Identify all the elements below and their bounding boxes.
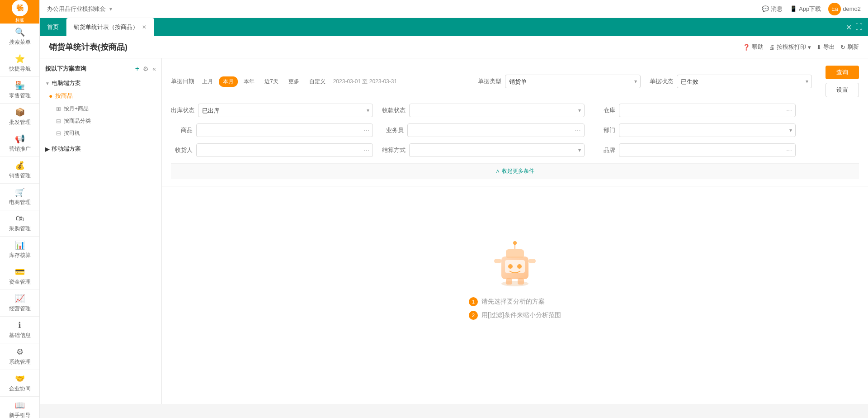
sidebar-item-search[interactable]: 🔍 搜索菜单 <box>0 24 39 50</box>
sidebar-item-marketing[interactable]: 📢 营销推广 <box>0 130 39 157</box>
page-actions: ❓ 帮助 🖨 按模板打印 ▾ ⬇ 导出 ↻ 刷新 <box>743 43 859 51</box>
payment-status-select[interactable] <box>409 104 584 117</box>
date-btn-last-month[interactable]: 上月 <box>198 76 217 87</box>
date-label: 单据日期 <box>171 77 198 86</box>
sidebar-item-cooperation[interactable]: 🤝 企业协同 <box>0 370 39 397</box>
refresh-label: 刷新 <box>847 43 859 51</box>
sidebar-item-basic[interactable]: ℹ 基础信息 <box>0 317 39 343</box>
message-btn[interactable]: 💬 消息 <box>762 5 783 13</box>
export-label: 导出 <box>823 43 835 51</box>
department-select[interactable] <box>619 124 796 137</box>
refresh-icon: ↻ <box>840 44 845 51</box>
export-btn[interactable]: ⬇ 导出 <box>816 43 835 51</box>
main-area: 办公用品行业模拟账套 ▾ 💬 消息 📱 App下载 Ea demo2 首页 <box>40 0 868 418</box>
salesperson-dots-btn[interactable]: ··· <box>575 126 580 134</box>
query-btn[interactable]: 查询 <box>826 66 859 79</box>
brand-input[interactable] <box>619 143 796 157</box>
field-outbound-status: 出库状态 已出库 <box>171 104 373 117</box>
salesperson-input[interactable] <box>407 124 584 137</box>
scheme-by-month-product-icon: ⊞ <box>56 105 61 112</box>
breadcrumb-dropdown-icon[interactable]: ▾ <box>109 6 112 12</box>
collapse-conditions-label: ∧ 收起更多条件 <box>495 167 534 175</box>
sidebar-item-quick-nav[interactable]: ⭐ 快捷导航 <box>0 50 39 77</box>
print-dropdown-icon[interactable]: ▾ <box>808 44 811 51</box>
mobile-section-title[interactable]: ▶ 移动端方案 <box>40 143 161 155</box>
tab-sales-stats[interactable]: 销货单统计表（按商品） ✕ <box>66 18 154 36</box>
ecommerce-icon: 🛒 <box>15 187 25 197</box>
query-row-3: 商品 ··· 业务员 ··· <box>171 124 859 137</box>
field-payment-method: 结算方式 <box>382 143 584 157</box>
app-download-label: App下载 <box>799 5 821 13</box>
sidebar-item-system[interactable]: ⚙ 系统管理 <box>0 343 39 370</box>
tab-close-icon[interactable]: ✕ <box>142 24 146 30</box>
sidebar-item-guide[interactable]: 📖 新手引导 <box>0 397 39 418</box>
message-icon: 💬 <box>762 5 769 12</box>
sidebar-item-purchase-label: 采购管理 <box>9 225 31 233</box>
doc-status-select[interactable]: 已生效 <box>677 75 812 88</box>
help-btn[interactable]: ❓ 帮助 <box>743 43 764 51</box>
product-dots-btn[interactable]: ··· <box>363 126 369 134</box>
tab-close-all-btn[interactable]: ✕ <box>846 23 852 32</box>
refresh-btn[interactable]: ↻ 刷新 <box>840 43 859 51</box>
scheme-by-month-product[interactable]: ⊞ 按月+商品 <box>40 103 161 115</box>
doc-type-select[interactable]: 销货单 <box>505 75 640 88</box>
sidebar: 畅 标账 🔍 搜索菜单 ⭐ 快捷导航 🏪 零售管理 📦 批发管理 📢 营销推广 … <box>0 0 40 418</box>
sidebar-item-wholesale[interactable]: 📦 批发管理 <box>0 104 39 130</box>
svg-rect-2 <box>505 260 525 273</box>
tab-expand-btn[interactable]: ⛶ <box>855 23 863 31</box>
doc-status-select-wrapper: 已生效 <box>677 75 812 88</box>
sidebar-item-retail[interactable]: 🏪 零售管理 <box>0 77 39 104</box>
date-btn-custom[interactable]: 自定义 <box>305 76 330 87</box>
receiver-dots-btn[interactable]: ··· <box>363 146 369 154</box>
print-label: 按模板打印 <box>777 43 806 51</box>
sidebar-item-ecommerce-label: 电商管理 <box>9 199 31 206</box>
payment-method-select-wrapper <box>409 143 584 157</box>
app-download-btn[interactable]: 📱 App下载 <box>790 5 821 13</box>
sidebar-item-guide-label: 新手引导 <box>9 412 31 418</box>
sidebar-item-operations[interactable]: 📈 经营管理 <box>0 290 39 317</box>
scheme-by-product-label: 按商品 <box>55 92 73 100</box>
add-scheme-btn[interactable]: + <box>135 65 139 73</box>
date-btn-this-month[interactable]: 本月 <box>219 76 238 87</box>
scheme-by-category[interactable]: ⊟ 按商品分类 <box>40 115 161 127</box>
product-input[interactable] <box>196 124 373 137</box>
sidebar-item-sales[interactable]: 💰 销售管理 <box>0 157 39 184</box>
receiver-input[interactable] <box>196 143 373 157</box>
collapse-panel-btn[interactable]: « <box>152 65 156 72</box>
settings-scheme-btn[interactable]: ⚙ <box>143 65 149 72</box>
scheme-by-scanner[interactable]: ⊟ 按司机 <box>40 127 161 139</box>
date-btn-7days[interactable]: 近7天 <box>260 76 283 87</box>
department-label: 部门 <box>594 126 619 134</box>
print-btn[interactable]: 🖨 按模板打印 ▾ <box>769 43 811 51</box>
user-profile-btn[interactable]: Ea demo2 <box>828 3 861 15</box>
sidebar-item-ecommerce[interactable]: 🛒 电商管理 <box>0 184 39 210</box>
desktop-scheme-section: ▼ 电脑端方案 ● 按商品 ⊞ 按月+商品 ⊟ 按商品分类 <box>40 76 161 141</box>
scheme-by-product[interactable]: ● 按商品 <box>40 89 161 103</box>
sidebar-item-finance[interactable]: 💳 资金管理 <box>0 263 39 290</box>
filter-panel-header: 按以下方案查询 + ⚙ « <box>40 62 161 76</box>
wholesale-icon: 📦 <box>15 107 25 117</box>
sidebar-item-purchase[interactable]: 🛍 采购管理 <box>0 210 39 237</box>
tab-home[interactable]: 首页 <box>40 18 66 36</box>
desktop-section-title[interactable]: ▼ 电脑端方案 <box>40 77 161 89</box>
mobile-section-label: 移动端方案 <box>52 145 81 153</box>
logo[interactable]: 畅 标账 <box>0 0 40 24</box>
sidebar-item-inventory[interactable]: 📊 库存核算 <box>0 237 39 263</box>
warehouse-input[interactable] <box>619 104 796 117</box>
date-btn-this-year[interactable]: 本年 <box>240 76 259 87</box>
sidebar-item-cooperation-label: 企业协同 <box>9 385 31 393</box>
payment-method-select[interactable] <box>409 143 584 157</box>
warehouse-dots-btn[interactable]: ··· <box>786 106 792 114</box>
brand-label: 品牌 <box>594 146 619 154</box>
collapse-conditions-btn[interactable]: ∧ 收起更多条件 <box>171 163 859 179</box>
brand-dots-btn[interactable]: ··· <box>786 146 792 154</box>
marketing-icon: 📢 <box>15 134 25 144</box>
sidebar-item-marketing-label: 营销推广 <box>9 145 31 153</box>
settings-btn[interactable]: 设置 <box>826 83 859 97</box>
sidebar-item-operations-label: 经营管理 <box>9 305 31 313</box>
field-date: 单据日期 上月 本月 本年 近7天 更多 自定义 <box>171 76 469 87</box>
date-btn-more[interactable]: 更多 <box>284 76 303 87</box>
svg-rect-5 <box>506 249 524 258</box>
date-group: 上月 本月 本年 近7天 更多 自定义 2023-03-01 至 2023-03… <box>198 76 469 87</box>
outbound-status-select[interactable]: 已出库 <box>198 104 373 117</box>
